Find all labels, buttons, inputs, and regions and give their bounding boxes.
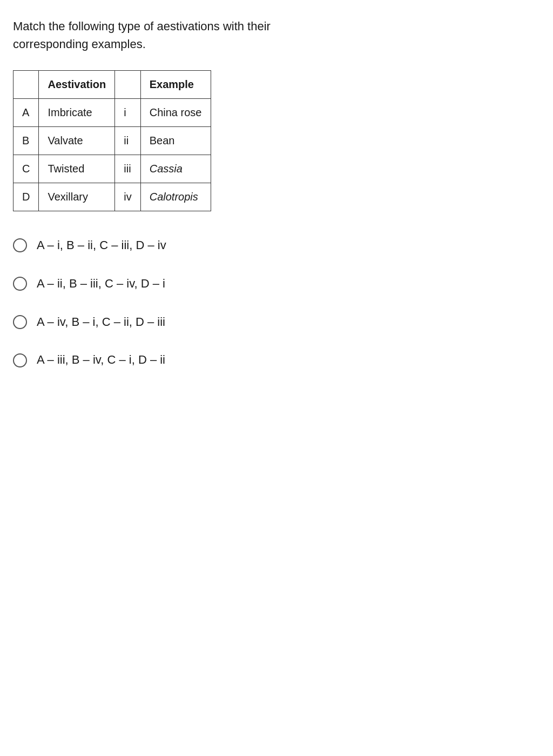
radio-button[interactable] — [13, 315, 27, 329]
question-text: Match the following type of aestivations… — [13, 17, 540, 53]
row-example: Calotropis — [140, 183, 211, 211]
row-example: Bean — [140, 127, 211, 155]
row-numeral: iii — [115, 155, 140, 183]
option-label: A – ii, B – iii, C – iv, D – i — [37, 276, 165, 292]
option-item[interactable]: A – ii, B – iii, C – iv, D – i — [13, 276, 540, 292]
matching-table: Aestivation Example AImbricateiChina ros… — [13, 70, 211, 211]
row-aestivation: Imbricate — [39, 99, 115, 127]
radio-button[interactable] — [13, 353, 27, 367]
radio-button[interactable] — [13, 238, 27, 252]
row-label: B — [14, 127, 39, 155]
numeral-header — [115, 71, 140, 99]
option-item[interactable]: A – iii, B – iv, C – i, D – ii — [13, 352, 540, 369]
table-row: BValvateiiBean — [14, 127, 211, 155]
row-numeral: ii — [115, 127, 140, 155]
row-label: A — [14, 99, 39, 127]
option-label: A – iv, B – i, C – ii, D – iii — [37, 314, 165, 331]
row-label: C — [14, 155, 39, 183]
table-row: CTwistediiiCassia — [14, 155, 211, 183]
row-aestivation: Valvate — [39, 127, 115, 155]
aestivation-header: Aestivation — [39, 71, 115, 99]
options-list: A – i, B – ii, C – iii, D – ivA – ii, B … — [13, 237, 540, 369]
option-label: A – i, B – ii, C – iii, D – iv — [37, 237, 166, 254]
row-numeral: i — [115, 99, 140, 127]
row-aestivation: Twisted — [39, 155, 115, 183]
radio-button[interactable] — [13, 277, 27, 291]
row-numeral: iv — [115, 183, 140, 211]
row-example: China rose — [140, 99, 211, 127]
example-header: Example — [140, 71, 211, 99]
row-aestivation: Vexillary — [39, 183, 115, 211]
option-item[interactable]: A – i, B – ii, C – iii, D – iv — [13, 237, 540, 254]
row-label: D — [14, 183, 39, 211]
question-line2: corresponding examples. — [13, 37, 146, 51]
row-example: Cassia — [140, 155, 211, 183]
question-line1: Match the following type of aestivations… — [13, 19, 271, 33]
table-row: DVexillaryivCalotropis — [14, 183, 211, 211]
empty-header — [14, 71, 39, 99]
option-label: A – iii, B – iv, C – i, D – ii — [37, 352, 165, 369]
option-item[interactable]: A – iv, B – i, C – ii, D – iii — [13, 314, 540, 331]
table-row: AImbricateiChina rose — [14, 99, 211, 127]
